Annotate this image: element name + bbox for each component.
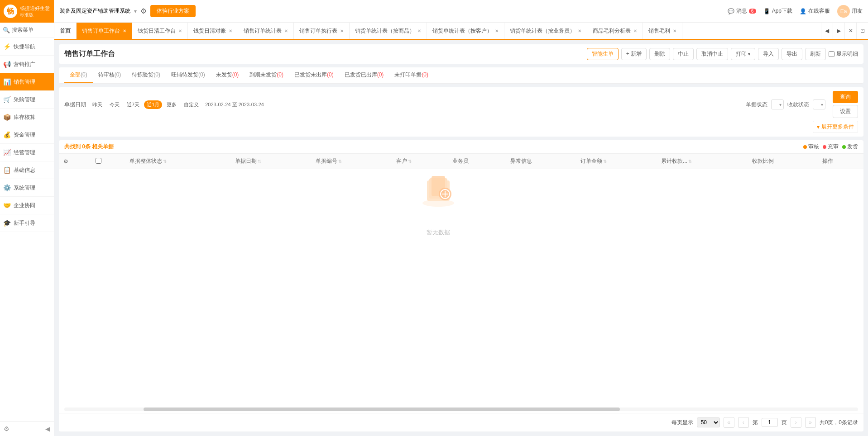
filter-tab-not-printed[interactable]: 未打印单据(0) xyxy=(389,67,434,83)
tab-sales-stat-product[interactable]: 销货单统计表（按商品）✕ xyxy=(350,23,427,39)
tab-cash-reconcile[interactable]: 钱货日清对账✕ xyxy=(188,23,238,39)
tab-gross-profit[interactable]: 商品毛利分析表✕ xyxy=(587,23,643,39)
filter-tab-wangpu-pending[interactable]: 旺铺待发货(0) xyxy=(166,67,211,83)
tab-sales-profit[interactable]: 销售毛利✕ xyxy=(643,23,682,39)
import-button[interactable]: 导入 xyxy=(758,48,779,60)
export-button[interactable]: 导出 xyxy=(782,48,802,60)
tab-close-cash-daily[interactable]: ✕ xyxy=(178,28,182,33)
filter-tab-pending-review[interactable]: 待审核(0) xyxy=(93,67,127,83)
add-button[interactable]: + 新增 xyxy=(621,48,647,60)
tab-close-cash-reconcile[interactable]: ✕ xyxy=(229,28,232,33)
tab-maximize[interactable]: ⊡ xyxy=(856,23,868,39)
prev-page-button[interactable]: ‹ xyxy=(738,417,749,428)
ship-action-button[interactable]: 发货 xyxy=(842,143,858,151)
page-input[interactable] xyxy=(762,418,778,427)
stop-button[interactable]: 中止 xyxy=(673,48,694,60)
tab-close-sales-workbench[interactable]: ✕ xyxy=(123,28,126,33)
cancel-stop-button[interactable]: 取消中止 xyxy=(696,48,728,60)
tab-close-sales-stat-product[interactable]: ✕ xyxy=(417,28,421,33)
table-scroll[interactable]: ⚙单据整体状态⇅单据日期⇅单据编号⇅客户⇅业务员异常信息订单金额⇅累计收款...… xyxy=(59,154,863,406)
table-header-status[interactable]: 单据整体状态⇅ xyxy=(125,154,230,169)
message-button[interactable]: 💬 消息 6 xyxy=(728,7,756,15)
date-quick-btn-自定义[interactable]: 自定义 xyxy=(181,100,201,109)
tab-sales-stat[interactable]: 销售订单统计表✕ xyxy=(238,23,294,39)
tab-sales-stat-customer[interactable]: 销货单统计表（按客户）✕ xyxy=(427,23,504,39)
filter-tab-not-shipped[interactable]: 未发货(0) xyxy=(211,67,245,83)
search-menu[interactable]: 🔍 搜索菜单 xyxy=(0,23,54,38)
payment-select[interactable] xyxy=(813,100,825,109)
query-button[interactable]: 查询 xyxy=(833,91,858,103)
sidebar-item-marketing[interactable]: 📢营销推广 xyxy=(0,56,54,73)
show-detail-input[interactable] xyxy=(829,51,834,57)
filter-tab-shipped-out[interactable]: 已发货已出库(0) xyxy=(339,67,389,83)
tab-scroll-prev[interactable]: ◀ xyxy=(821,23,833,39)
next-page-button[interactable]: › xyxy=(791,417,801,428)
review-action-button[interactable]: 审核 xyxy=(803,143,819,151)
sidebar-item-beginner-guide[interactable]: 🎓新手引导 xyxy=(0,214,54,232)
date-quick-btn-今天[interactable]: 今天 xyxy=(107,100,122,109)
tab-sales-exec[interactable]: 销售订单执行表✕ xyxy=(294,23,350,39)
first-page-button[interactable]: « xyxy=(724,417,734,428)
sidebar-item-operation-mgmt[interactable]: 📈经营管理 xyxy=(0,144,54,161)
tab-close-gross-profit[interactable]: ✕ xyxy=(633,28,637,33)
sidebar-item-enterprise-collab[interactable]: 🤝企业协同 xyxy=(0,197,54,214)
user-menu[interactable]: Ea 用友 xyxy=(837,5,863,18)
table-header-gear[interactable]: ⚙ xyxy=(59,154,91,169)
table-header-checkbox[interactable] xyxy=(91,154,125,169)
tab-sales-stat-staff[interactable]: 销货单统计表（按业务员）✕ xyxy=(504,23,587,39)
sidebar-item-finance-mgmt[interactable]: 💰资金管理 xyxy=(0,126,54,144)
refresh-button[interactable]: 刷新 xyxy=(805,48,826,60)
tab-close-sales-profit[interactable]: ✕ xyxy=(673,28,676,33)
filter-tab-pending-inspect[interactable]: 待拣验货(0) xyxy=(126,67,166,83)
table-header-number[interactable]: 单据编号⇅ xyxy=(311,154,392,169)
table-header-amount[interactable]: 订单金额⇅ xyxy=(576,154,657,169)
date-quick-btn-近7天[interactable]: 近7天 xyxy=(124,100,142,109)
unreviewed-action-button[interactable]: 充审 xyxy=(823,143,839,151)
settings-gear-icon[interactable]: ⚙ xyxy=(140,7,147,15)
sidebar-item-inventory[interactable]: 📦库存核算 xyxy=(0,109,54,126)
sidebar-item-quick-nav[interactable]: ⚡快捷导航 xyxy=(0,38,54,56)
filter-tab-all[interactable]: 全部(0) xyxy=(64,67,93,83)
tab-close-all[interactable]: ✕ xyxy=(844,23,856,39)
scrollbar-thumb[interactable] xyxy=(144,408,620,411)
expand-more-label: 展开更多条件 xyxy=(821,123,854,131)
tab-scroll-next[interactable]: ▶ xyxy=(833,23,844,39)
delete-button[interactable]: 删除 xyxy=(649,48,670,60)
smart-gen-button[interactable]: 智能生单 xyxy=(587,48,619,60)
sidebar-item-purchase-mgmt[interactable]: 🛒采购管理 xyxy=(0,91,54,109)
tab-close-sales-stat[interactable]: ✕ xyxy=(284,28,288,33)
table-header-customer[interactable]: 客户⇅ xyxy=(392,154,447,169)
app-download-button[interactable]: 📱 App下载 xyxy=(763,7,792,15)
table-header-date[interactable]: 单据日期⇅ xyxy=(230,154,311,169)
tab-close-sales-stat-customer[interactable]: ✕ xyxy=(495,28,499,33)
select-all-checkbox[interactable] xyxy=(96,158,101,164)
settings-icon[interactable]: ⚙ xyxy=(4,425,10,432)
tab-label-sales-workbench: 销售订单工作台 xyxy=(82,27,120,35)
per-page-select[interactable]: 50 100 200 xyxy=(697,417,720,427)
tab-close-sales-stat-staff[interactable]: ✕ xyxy=(578,28,581,33)
collapse-icon[interactable]: ◀ xyxy=(45,425,50,432)
online-service-button[interactable]: 👤 在线客服 xyxy=(800,7,830,15)
print-button[interactable]: 打印 ▾ xyxy=(731,48,755,60)
system-dropdown-icon[interactable]: ▾ xyxy=(134,8,137,14)
last-page-button[interactable]: » xyxy=(805,417,816,428)
show-detail-checkbox[interactable]: 显示明细 xyxy=(829,50,858,58)
date-quick-btn-更多[interactable]: 更多 xyxy=(164,100,179,109)
tab-close-sales-exec[interactable]: ✕ xyxy=(340,28,344,33)
status-select[interactable] xyxy=(771,100,784,109)
sidebar-item-sales-mgmt[interactable]: 📊销售管理 xyxy=(0,73,54,91)
set-button[interactable]: 设置 xyxy=(833,105,858,118)
tab-sales-workbench[interactable]: 销售订单工作台✕ xyxy=(77,23,132,39)
date-quick-btn-昨天[interactable]: 昨天 xyxy=(90,100,105,109)
sidebar-item-basic-info[interactable]: 📋基础信息 xyxy=(0,161,54,179)
horizontal-scrollbar[interactable] xyxy=(64,408,858,411)
tab-cash-daily[interactable]: 钱货日清工作台✕ xyxy=(132,23,188,39)
date-quick-btn-近1月[interactable]: 近1月 xyxy=(144,100,162,109)
filter-tab-expired-not-shipped[interactable]: 到期未发货(0) xyxy=(244,67,289,83)
filter-tab-shipped-not-out[interactable]: 已发货未出库(0) xyxy=(289,67,339,83)
tab-home[interactable]: 首页 xyxy=(54,23,77,39)
expand-more-button[interactable]: ▾ 展开更多条件 xyxy=(813,121,858,133)
industry-solution-button[interactable]: 体验行业方案 xyxy=(150,5,196,17)
sidebar-item-system-mgmt[interactable]: ⚙️系统管理 xyxy=(0,179,54,197)
table-header-collected[interactable]: 累计收款...⇅ xyxy=(657,154,748,169)
